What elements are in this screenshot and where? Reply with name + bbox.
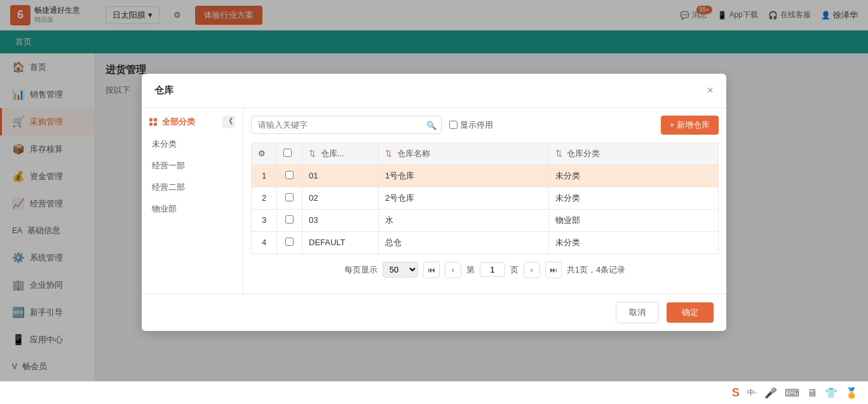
category-header: 全部分类 《 bbox=[142, 116, 243, 133]
keyboard-icon[interactable]: ⌨ bbox=[785, 387, 799, 399]
table-body: 1 01 1号仓库 未分类 2 02 2号仓库 bbox=[252, 165, 719, 253]
sort-icon-code: ⇅ bbox=[309, 149, 316, 158]
row-checkbox-2[interactable] bbox=[285, 193, 294, 201]
per-page-select[interactable]: 50 10 20 100 bbox=[383, 262, 418, 278]
table-row[interactable]: 2 02 2号仓库 未分类 bbox=[252, 187, 719, 209]
monitor-icon[interactable]: 🖥 bbox=[807, 387, 817, 399]
category-item-property[interactable]: 物业部 bbox=[142, 198, 243, 220]
cell-num-1: 1 bbox=[252, 165, 277, 187]
table-row[interactable]: 3 03 水 物业部 bbox=[252, 209, 719, 231]
modal-overlay[interactable]: 仓库 × 全部分类 《 bbox=[0, 0, 868, 404]
mic-icon[interactable]: 🎤 bbox=[764, 387, 777, 399]
table-toolbar: 🔍 显示停用 + 新增仓库 bbox=[251, 116, 719, 135]
th-checkbox bbox=[277, 142, 302, 165]
sort-icon-name: ⇅ bbox=[385, 149, 392, 158]
cell-code-2: 02 bbox=[302, 187, 379, 209]
cell-check-1 bbox=[277, 165, 302, 187]
badge-icon[interactable]: 🏅 bbox=[845, 387, 858, 399]
sort-icon-cat: ⇅ bbox=[555, 149, 562, 158]
show-disabled-label[interactable]: 显示停用 bbox=[449, 119, 493, 131]
page-label: 第 bbox=[466, 264, 475, 276]
category-item-dept2[interactable]: 经营二部 bbox=[142, 177, 243, 198]
table-row[interactable]: 4 DEFAULT 总仓 未分类 bbox=[252, 231, 719, 253]
warehouse-modal: 仓库 × 全部分类 《 bbox=[142, 74, 726, 331]
search-icon[interactable]: 🔍 bbox=[426, 120, 437, 130]
show-disabled-text: 显示停用 bbox=[460, 119, 493, 131]
cell-num-2: 2 bbox=[252, 187, 277, 209]
category-item-unclassified[interactable]: 未分类 bbox=[142, 133, 243, 155]
cell-code-3: 03 bbox=[302, 209, 379, 231]
th-category[interactable]: ⇅ 仓库分类 bbox=[548, 142, 719, 165]
cell-check-2 bbox=[277, 187, 302, 209]
warehouse-table: ⚙ ⇅ 仓库... ⇅ bbox=[251, 142, 719, 254]
th-code-label: 仓库... bbox=[321, 149, 344, 158]
modal-footer: 取消 确定 bbox=[142, 293, 726, 331]
total-info: 共1页，4条记录 bbox=[567, 264, 625, 276]
prev-page-button[interactable]: ‹ bbox=[445, 262, 461, 278]
all-categories-text: 全部分类 bbox=[162, 116, 195, 128]
page-suffix: 页 bbox=[510, 264, 519, 276]
row-checkbox-1[interactable] bbox=[285, 171, 294, 179]
per-page-label: 每页显示 bbox=[344, 264, 377, 276]
cell-name-4: 总仓 bbox=[379, 231, 549, 253]
cell-name-1: 1号仓库 bbox=[379, 165, 549, 187]
modal-header: 仓库 × bbox=[142, 74, 726, 108]
last-page-button[interactable]: ⏭ bbox=[545, 262, 562, 278]
gear-icon: ⚙ bbox=[258, 149, 266, 158]
bottom-icon-1[interactable]: S bbox=[732, 386, 740, 400]
modal-close-button[interactable]: × bbox=[707, 84, 714, 97]
th-code[interactable]: ⇅ 仓库... bbox=[302, 142, 379, 165]
modal-title: 仓库 bbox=[154, 84, 173, 97]
table-area: 🔍 显示停用 + 新增仓库 ⚙ bbox=[243, 108, 726, 293]
th-name[interactable]: ⇅ 仓库名称 bbox=[379, 142, 549, 165]
all-categories-label[interactable]: 全部分类 bbox=[149, 116, 195, 128]
first-page-button[interactable]: ⏮ bbox=[423, 262, 440, 278]
cell-check-4 bbox=[277, 231, 302, 253]
cell-cat-1: 未分类 bbox=[548, 165, 719, 187]
cancel-button[interactable]: 取消 bbox=[616, 302, 659, 323]
cell-num-4: 4 bbox=[252, 231, 277, 253]
show-disabled-checkbox[interactable] bbox=[449, 121, 458, 129]
search-input-wrap: 🔍 bbox=[251, 116, 442, 134]
shirt-icon[interactable]: 👕 bbox=[825, 387, 837, 399]
table-head: ⚙ ⇅ 仓库... ⇅ bbox=[252, 142, 719, 165]
cell-cat-3: 物业部 bbox=[548, 209, 719, 231]
bottom-bar: S 中· 🎤 ⌨ 🖥 👕 🏅 bbox=[0, 381, 868, 404]
grid-icon bbox=[149, 118, 157, 126]
search-input[interactable] bbox=[251, 116, 442, 134]
table-header-row: ⚙ ⇅ 仓库... ⇅ bbox=[252, 142, 719, 165]
confirm-button[interactable]: 确定 bbox=[667, 302, 714, 323]
page-number-input[interactable] bbox=[480, 262, 505, 277]
cell-cat-2: 未分类 bbox=[548, 187, 719, 209]
th-num: ⚙ bbox=[252, 142, 277, 165]
category-sidebar: 全部分类 《 未分类 经营一部 经营二部 物业部 bbox=[142, 108, 243, 293]
th-name-label: 仓库名称 bbox=[397, 149, 430, 158]
table-wrapper: ⚙ ⇅ 仓库... ⇅ bbox=[251, 142, 719, 254]
row-checkbox-4[interactable] bbox=[285, 238, 294, 246]
cell-name-3: 水 bbox=[379, 209, 549, 231]
table-row[interactable]: 1 01 1号仓库 未分类 bbox=[252, 165, 719, 187]
row-checkbox-3[interactable] bbox=[285, 215, 294, 224]
category-collapse-button[interactable]: 《 bbox=[222, 116, 235, 128]
select-all-checkbox[interactable] bbox=[283, 149, 292, 157]
category-item-dept1[interactable]: 经营一部 bbox=[142, 155, 243, 177]
cell-code-1: 01 bbox=[302, 165, 379, 187]
bottom-icon-cn[interactable]: 中· bbox=[747, 387, 757, 398]
next-page-button[interactable]: › bbox=[524, 262, 540, 278]
cell-num-3: 3 bbox=[252, 209, 277, 231]
add-warehouse-button[interactable]: + 新增仓库 bbox=[661, 116, 719, 135]
pagination-bar: 每页显示 50 10 20 100 ⏮ ‹ 第 页 › ⏭ 共1页，4条记录 bbox=[251, 254, 719, 286]
modal-body: 全部分类 《 未分类 经营一部 经营二部 物业部 🔍 bbox=[142, 108, 726, 293]
cell-cat-4: 未分类 bbox=[548, 231, 719, 253]
cell-code-4: DEFAULT bbox=[302, 231, 379, 253]
cell-check-3 bbox=[277, 209, 302, 231]
cell-name-2: 2号仓库 bbox=[379, 187, 549, 209]
th-cat-label: 仓库分类 bbox=[567, 149, 600, 158]
